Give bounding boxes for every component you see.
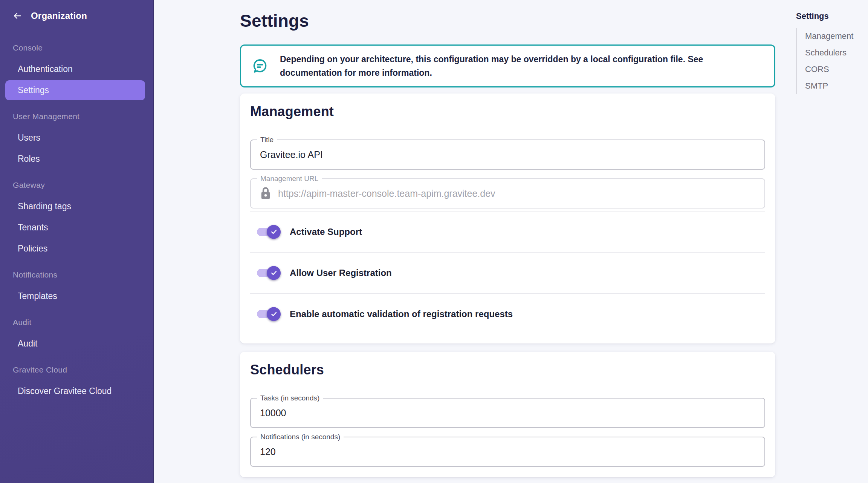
title-field-label: Title [257, 135, 277, 144]
sidebar-item-policies[interactable]: Policies [5, 239, 145, 259]
sidebar-section-user-management: User Management Users Roles [0, 112, 153, 169]
check-icon [270, 310, 278, 318]
management-card-title: Management [250, 103, 765, 120]
sidebar-item-settings[interactable]: Settings [5, 80, 145, 100]
sidebar-item-label: Users [18, 133, 40, 143]
sidebar-item-audit[interactable]: Audit [5, 334, 145, 354]
allow-user-registration-toggle[interactable] [257, 269, 280, 277]
sidebar-section-audit: Audit Audit [0, 318, 153, 354]
toggle-label: Allow User Registration [290, 268, 392, 278]
toc-list: Management Schedulers CORS SMTP [796, 28, 868, 94]
title-input[interactable] [251, 140, 764, 169]
sidebar-item-templates[interactable]: Templates [5, 286, 145, 306]
sidebar-item-label: Sharding tags [18, 201, 71, 212]
toggle-thumb [267, 266, 281, 280]
management-url-input [278, 179, 764, 208]
notifications-input[interactable] [251, 437, 764, 466]
check-icon [270, 269, 278, 277]
main-content: Settings Depending on your architecture,… [240, 0, 775, 477]
section-label: Console [0, 43, 153, 52]
sidebar-item-tenants[interactable]: Tenants [5, 218, 145, 238]
sidebar-section-console: Console Authentication Settings [0, 43, 153, 100]
section-label: Audit [0, 318, 153, 327]
toc-link-smtp[interactable]: SMTP [805, 78, 868, 94]
activate-support-row: Activate Support [250, 212, 765, 252]
sidebar-item-label: Templates [18, 291, 57, 301]
organization-label: Organization [31, 11, 87, 21]
schedulers-card-title: Schedulers [250, 362, 765, 378]
toggle-label: Enable automatic validation of registrat… [290, 309, 513, 319]
sidebar-item-label: Policies [18, 244, 47, 254]
management-url-field: Management URL [250, 178, 765, 209]
auto-validation-row: Enable automatic validation of registrat… [250, 294, 765, 334]
tasks-field-label: Tasks (in seconds) [257, 394, 323, 403]
app-root: Organization Console Authentication Sett… [0, 0, 868, 483]
toggle-label: Activate Support [290, 227, 362, 237]
sidebar-item-sharding-tags[interactable]: Sharding tags [5, 196, 145, 216]
tasks-input[interactable] [251, 399, 764, 427]
sidebar-section-notifications: Notifications Templates [0, 270, 153, 306]
sidebar-item-label: Authentication [18, 64, 73, 74]
title-field: Title [250, 140, 765, 170]
banner-text: Depending on your architecture, this con… [280, 52, 759, 80]
management-card: Management Title Management URL [240, 94, 775, 343]
management-url-field-label: Management URL [257, 174, 322, 183]
sidebar-item-label: Roles [18, 154, 40, 164]
sidebar-item-label: Discover Gravitee Cloud [18, 386, 112, 396]
page-toc: Settings Management Schedulers CORS SMTP [796, 0, 868, 94]
schedulers-card: Schedulers Tasks (in seconds) Notificati… [240, 352, 775, 477]
page-title: Settings [240, 11, 775, 31]
notifications-field-label: Notifications (in seconds) [257, 432, 344, 442]
section-label: Gateway [0, 181, 153, 190]
activate-support-toggle[interactable] [257, 228, 280, 236]
toc-link-cors[interactable]: CORS [805, 61, 868, 78]
section-label: User Management [0, 112, 153, 121]
tasks-field: Tasks (in seconds) [250, 398, 765, 428]
sidebar-item-label: Tenants [18, 222, 48, 233]
sidebar-item-roles[interactable]: Roles [5, 149, 145, 169]
toc-link-schedulers[interactable]: Schedulers [805, 44, 868, 61]
sidebar-section-gravitee-cloud: Gravitee Cloud Discover Gravitee Cloud [0, 365, 153, 401]
sidebar-item-label: Settings [18, 85, 49, 95]
sidebar-item-discover-gravitee-cloud[interactable]: Discover Gravitee Cloud [5, 381, 145, 401]
toc-title: Settings [796, 11, 868, 21]
sidebar: Organization Console Authentication Sett… [0, 0, 154, 483]
toggle-thumb [267, 225, 281, 239]
info-banner: Depending on your architecture, this con… [240, 44, 775, 87]
sidebar-item-label: Audit [18, 339, 37, 349]
sidebar-item-authentication[interactable]: Authentication [5, 59, 145, 79]
toggle-thumb [267, 307, 281, 321]
notifications-field: Notifications (in seconds) [250, 437, 765, 467]
chat-bubble-icon [251, 57, 269, 75]
check-icon [270, 228, 278, 236]
sidebar-section-gateway: Gateway Sharding tags Tenants Policies [0, 181, 153, 259]
auto-validation-toggle[interactable] [257, 310, 280, 318]
back-arrow-icon [12, 11, 23, 20]
section-label: Gravitee Cloud [0, 365, 153, 374]
allow-user-registration-row: Allow User Registration [250, 253, 765, 293]
section-label: Notifications [0, 270, 153, 279]
toc-link-management[interactable]: Management [805, 28, 868, 44]
back-to-organization-button[interactable]: Organization [0, 0, 153, 21]
sidebar-item-users[interactable]: Users [5, 128, 145, 148]
lock-icon [260, 186, 271, 201]
